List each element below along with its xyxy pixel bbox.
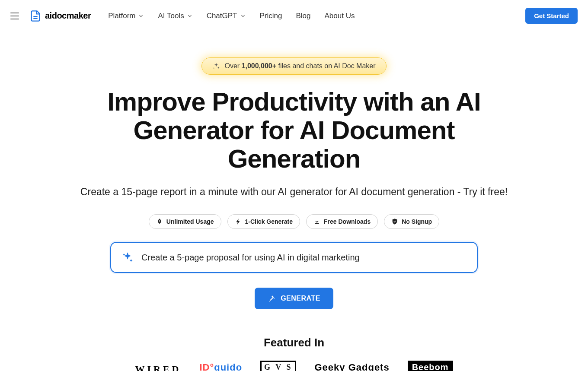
featured-logos: WIRED ID°guido G V S Geeky Gadgets Beebo…	[78, 361, 510, 371]
chip-downloads: Free Downloads	[306, 214, 378, 229]
generate-button[interactable]: GENERATE	[255, 288, 333, 309]
download-icon	[313, 218, 320, 225]
nav-pricing[interactable]: Pricing	[260, 12, 282, 20]
logo-beebom: Beebom	[408, 361, 453, 371]
chip-label: Unlimited Usage	[166, 218, 214, 225]
featured-section: Featured In WIRED ID°guido G V S Geeky G…	[78, 336, 510, 371]
hero-section: Over 1,000,000+ files and chats on AI Do…	[69, 57, 519, 371]
menu-icon[interactable]	[10, 11, 21, 21]
nav-blog[interactable]: Blog	[296, 12, 310, 20]
wand-icon	[268, 295, 275, 302]
get-started-button[interactable]: Get Started	[525, 8, 578, 24]
nav-label: About Us	[325, 12, 355, 20]
sparkle-icon	[121, 251, 134, 263]
document-icon	[29, 10, 42, 22]
bolt-icon	[235, 218, 242, 225]
generate-label: GENERATE	[281, 295, 320, 302]
feature-chips: Unlimited Usage 1-Click Generate Free Do…	[78, 214, 510, 229]
chip-oneclick: 1-Click Generate	[227, 214, 300, 229]
nav-chatgpt[interactable]: ChatGPT	[207, 12, 246, 20]
prompt-box[interactable]	[110, 242, 478, 273]
site-header: aidocmaker Platform AI Tools ChatGPT Pri…	[0, 0, 588, 32]
sparkle-icon	[212, 62, 220, 70]
page-subhead: Create a 15-page report in a minute with…	[78, 185, 510, 199]
nav-label: AI Tools	[158, 12, 184, 20]
nav-label: Pricing	[260, 12, 282, 20]
chevron-down-icon	[138, 13, 144, 19]
logo-text: aidocmaker	[45, 11, 91, 21]
chip-unlimited: Unlimited Usage	[149, 214, 221, 229]
logo[interactable]: aidocmaker	[29, 10, 91, 22]
nav-about[interactable]: About Us	[325, 12, 355, 20]
badge-text: Over 1,000,000+ files and chats on AI Do…	[224, 62, 375, 70]
chip-label: 1-Click Generate	[245, 218, 293, 225]
nav-ai-tools[interactable]: AI Tools	[158, 12, 192, 20]
logo-wired: WIRED	[135, 364, 181, 371]
shield-check-icon	[391, 218, 398, 225]
rocket-icon	[156, 218, 163, 225]
prompt-input[interactable]	[141, 253, 467, 263]
page-headline: Improve Productivity with an AI Generato…	[78, 88, 510, 173]
nav-label: ChatGPT	[207, 12, 237, 20]
chevron-down-icon	[240, 13, 246, 19]
main-nav: Platform AI Tools ChatGPT Pricing Blog A…	[108, 12, 355, 20]
chip-label: Free Downloads	[324, 218, 371, 225]
featured-title: Featured In	[78, 336, 510, 349]
chip-nosignup: No Signup	[384, 214, 439, 229]
chevron-down-icon	[187, 13, 193, 19]
logo-geeky: Geeky Gadgets	[314, 362, 389, 371]
stats-badge: Over 1,000,000+ files and chats on AI Do…	[201, 57, 386, 75]
nav-platform[interactable]: Platform	[108, 12, 144, 20]
logo-guido: ID°guido	[199, 362, 242, 371]
logo-gvs: G V S	[260, 361, 296, 371]
nav-label: Platform	[108, 12, 135, 20]
nav-label: Blog	[296, 12, 310, 20]
chip-label: No Signup	[402, 218, 432, 225]
